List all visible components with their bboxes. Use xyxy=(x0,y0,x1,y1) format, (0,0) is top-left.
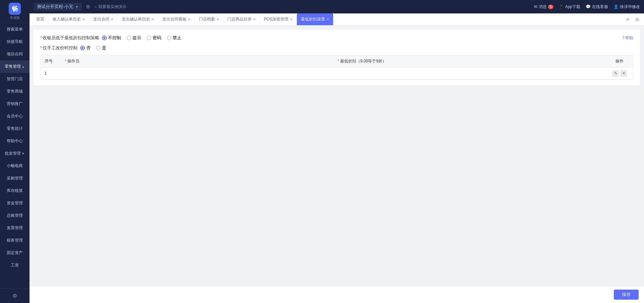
sidebar-item-inventory[interactable]: 库存核算 xyxy=(0,185,30,197)
sidebar-item-project[interactable]: 项目合同 xyxy=(0,48,30,60)
sidebar-item-wholesale[interactable]: 批发管理▼ xyxy=(0,147,30,160)
settings-icon[interactable]: ⚙ xyxy=(86,4,90,9)
sidebar-item-help[interactable]: 帮助中心 xyxy=(0,135,30,147)
close-icon[interactable]: ✕ xyxy=(216,17,219,21)
user-icon: 👤 xyxy=(613,4,619,9)
close-icon[interactable]: ✕ xyxy=(290,17,292,21)
cashier-control-label: 收银员低于最低折扣控制策略 xyxy=(40,35,99,41)
manual-control-radio-group: 否是 xyxy=(80,45,106,51)
radio-cashier-forbid[interactable]: 禁止 xyxy=(167,35,181,41)
message-btn[interactable]: ✉ 消息 8 xyxy=(534,4,553,10)
project-selector[interactable]: 测试分开页程-小兄 ▼ xyxy=(34,3,82,11)
sidebar-item-tax[interactable]: 税务管理 xyxy=(0,234,30,247)
sidebar-item-invoice[interactable]: 发票管理 xyxy=(0,222,30,234)
tab-label: 首页 xyxy=(36,16,44,22)
sidebar-item-marketing[interactable]: 营销推广 xyxy=(0,98,30,110)
sidebar-item-retail-stats[interactable]: 零售统计 xyxy=(0,122,30,135)
tab-payment-board[interactable]: 支出合同看板✕ xyxy=(158,13,195,26)
content-area: 收银员低于最低折扣控制策略 不控制提示密码禁止 ? 帮助 仅手工改价时控制 否是… xyxy=(30,26,644,286)
close-icon[interactable]: ✕ xyxy=(111,17,113,21)
customer-service-btn[interactable]: 💬 在线客服 xyxy=(586,4,608,10)
message-label: 消息 xyxy=(539,4,547,10)
sidebar-item-label: 批发管理 xyxy=(5,151,21,156)
sidebar-item-ledger[interactable]: 总账管理 xyxy=(0,209,30,222)
app-download-btn[interactable]: 📱 App下载 xyxy=(559,4,580,10)
save-button[interactable]: 保存 xyxy=(614,290,639,300)
sidebar-item-smart-store[interactable]: 智营门店 xyxy=(0,73,30,85)
sidebar-item-label: 营销推广 xyxy=(7,101,23,107)
radio-label: 禁止 xyxy=(173,35,181,41)
radio-manual-yes[interactable]: 是 xyxy=(96,45,106,51)
sidebar-item-search[interactable]: 搜索菜单 xyxy=(0,23,30,36)
topbar-right: ✉ 消息 8 📱 App下载 💬 在线客服 👤 徐泽华修改 xyxy=(534,4,640,10)
sidebar-item-label: 零售商城 xyxy=(7,89,23,94)
tabbar: 首页收入确认单历史✕支出合同✕支出确认单历史✕支出合同看板✕门店档案✕门店商品目… xyxy=(30,13,644,26)
tab-income[interactable]: 收入确认单历史✕ xyxy=(49,13,89,26)
radio-label: 是 xyxy=(102,45,106,51)
radio-manual-no[interactable]: 否 xyxy=(80,45,91,51)
radio-cashier-hint[interactable]: 提示 xyxy=(126,35,141,41)
sidebar-footer[interactable]: ⚙ xyxy=(0,288,30,303)
topbar: 测试分开页程-小兄 ▼ ⚙ ○ 我要看实例演示 ✉ 消息 8 📱 App下载 💬… xyxy=(30,0,644,13)
sidebar-item-label: 采购管理 xyxy=(7,175,23,181)
sidebar-item-retail-mall[interactable]: 零售商城 xyxy=(0,85,30,98)
tab-label: 最低折扣设置 xyxy=(301,16,325,22)
tab-store-file[interactable]: 门店档案✕ xyxy=(195,13,223,26)
sidebar-item-label: 资金管理 xyxy=(7,200,23,206)
logo-text: 专业版 xyxy=(10,15,20,20)
tab-pos-encrypt[interactable]: POS加密管理✕ xyxy=(260,13,297,26)
service-icon: 💬 xyxy=(586,4,591,9)
help-label: 帮助 xyxy=(625,35,633,41)
sidebar-item-purchase[interactable]: 采购管理 xyxy=(0,172,30,185)
arrow-icon: ▼ xyxy=(21,152,25,155)
sidebar-item-label: 搜索菜单 xyxy=(7,27,23,32)
main-area: 测试分开页程-小兄 ▼ ⚙ ○ 我要看实例演示 ✉ 消息 8 📱 App下载 💬… xyxy=(30,0,644,303)
sidebar-item-salary[interactable]: 工资 xyxy=(0,259,30,271)
delete-row-btn[interactable]: ✕ xyxy=(620,70,627,77)
radio-indicator xyxy=(167,36,171,40)
close-icon[interactable]: ✕ xyxy=(188,17,191,21)
sidebar-nav: 搜索菜单快捷导航项目合同零售管理▲智营门店零售商城营销推广会员中心零售统计帮助中… xyxy=(0,23,30,288)
demo-link[interactable]: ○ 我要看实例演示 xyxy=(94,4,126,10)
logo-icon: 畅 xyxy=(9,3,21,15)
tab-label: 门店商品目录 xyxy=(227,16,252,22)
settings-icon[interactable]: ⚙ xyxy=(12,293,17,299)
col-operator: * 操作员 xyxy=(61,58,333,64)
tab-min-discount[interactable]: 最低折扣设置✕ xyxy=(297,13,333,26)
close-icon[interactable]: ✕ xyxy=(82,17,85,21)
sidebar-item-label: 税务管理 xyxy=(7,238,23,243)
sidebar-item-finance[interactable]: 资金管理 xyxy=(0,197,30,209)
sidebar-item-label: 发票管理 xyxy=(7,225,23,231)
close-icon[interactable]: ✕ xyxy=(253,17,256,21)
sidebar-item-retail[interactable]: 零售管理▲ xyxy=(0,60,30,73)
sidebar-item-member[interactable]: 会员中心 xyxy=(0,110,30,122)
user-menu[interactable]: 👤 徐泽华修改 xyxy=(613,4,640,10)
sidebar: 畅 专业版 搜索菜单快捷导航项目合同零售管理▲智营门店零售商城营销推广会员中心零… xyxy=(0,0,30,303)
sidebar-item-ecommerce[interactable]: 小畅电商 xyxy=(0,160,30,172)
table-header: 序号 * 操作员 * 最低折扣（9.00等于9折） 操作 xyxy=(41,55,633,67)
close-icon[interactable]: ✕ xyxy=(151,17,154,21)
edit-row-btn[interactable]: ✎ xyxy=(612,70,619,77)
settings-card: 收银员低于最低折扣控制策略 不控制提示密码禁止 ? 帮助 仅手工改价时控制 否是… xyxy=(34,30,640,85)
radio-cashier-password[interactable]: 密码 xyxy=(147,35,161,41)
close-tab-btn[interactable]: ✕ xyxy=(624,16,632,23)
close-icon[interactable]: ✕ xyxy=(326,17,329,21)
sidebar-item-assets[interactable]: 固定资产 xyxy=(0,247,30,259)
tab-payment-confirm[interactable]: 支出确认单历史✕ xyxy=(118,13,158,26)
chevron-down-icon: ▼ xyxy=(75,5,78,9)
tab-store-product[interactable]: 门店商品目录✕ xyxy=(223,13,260,26)
tab-home[interactable]: 首页 xyxy=(32,13,49,26)
radio-indicator xyxy=(126,36,131,40)
help-link[interactable]: ? 帮助 xyxy=(622,35,633,41)
sidebar-item-label: 总账管理 xyxy=(7,213,23,218)
radio-cashier-no-control[interactable]: 不控制 xyxy=(102,35,121,41)
radio-label: 不控制 xyxy=(108,35,121,41)
tab-payment-contract[interactable]: 支出合同✕ xyxy=(89,13,118,26)
tab-label: 支出确认单历史 xyxy=(122,16,150,22)
sidebar-item-label: 智营门店 xyxy=(7,76,23,82)
sidebar-item-shortcut[interactable]: 快捷导航 xyxy=(0,36,30,48)
question-icon: ? xyxy=(622,36,625,40)
app-label: App下载 xyxy=(565,4,580,10)
expand-tab-btn[interactable]: ⊞ xyxy=(633,16,641,23)
sidebar-item-label: 小畅电商 xyxy=(7,163,23,169)
